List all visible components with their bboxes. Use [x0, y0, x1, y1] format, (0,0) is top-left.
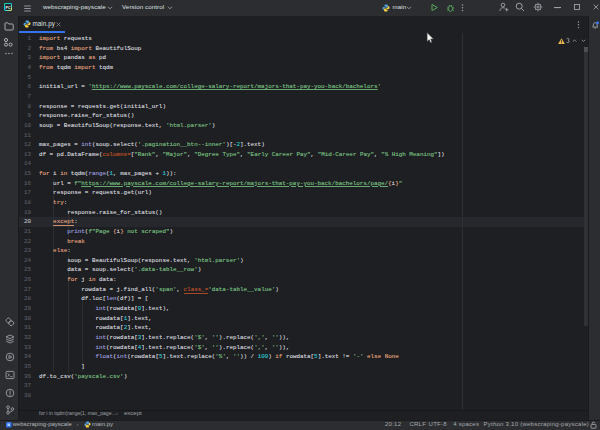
svg-text:PC: PC — [6, 6, 11, 10]
